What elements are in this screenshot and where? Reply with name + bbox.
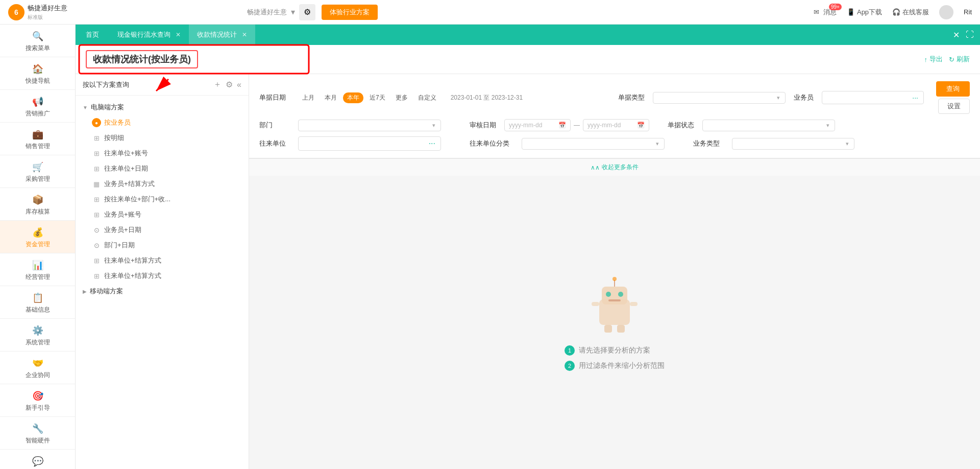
partner-select[interactable]: ··· — [298, 136, 441, 151]
sidebar-item-marketing[interactable]: 📢 营销推广 — [0, 90, 75, 123]
review-date-start[interactable]: yyyy-mm-dd 📅 — [504, 119, 571, 131]
date-range-text: 2023-01-01 至 2023-12-31 — [451, 93, 523, 102]
tab-collection-stats[interactable]: 收款情况统计 ✕ — [189, 25, 255, 45]
scheme-partner-settlement2[interactable]: ⊞ 往来单位+结算方式 — [76, 268, 249, 284]
app-download-item[interactable]: 📱 App下载 — [847, 8, 882, 17]
sidebar-item-quick-nav[interactable]: 🏠 快捷导航 — [0, 57, 75, 90]
biz-type-select[interactable]: ▾ — [732, 138, 854, 150]
page-header: 收款情况统计(按业务员) ↑ 导出 ↻ 刷新 — [76, 45, 980, 74]
tab-maximize-icon[interactable]: ⛶ — [966, 30, 974, 39]
search-menu-label: 搜索菜单 — [26, 44, 50, 53]
tab-bank-flow[interactable]: 现金银行流水查询 ✕ — [109, 25, 189, 45]
tab-collection-stats-close[interactable]: ✕ — [242, 31, 247, 38]
scheme-partner-settlement1[interactable]: ⊞ 往来单位+结算方式 — [76, 253, 249, 268]
collapse-icon: ∧∧ — [591, 164, 600, 171]
search-menu-icon: 🔍 — [32, 31, 43, 42]
header-right: ✉ 99+ 消息 📱 App下载 🎧 在线客服 Rit — [814, 5, 972, 19]
marketing-icon: 📢 — [32, 96, 43, 107]
gear-icon[interactable]: ⚙ — [299, 4, 315, 20]
collapse-more-conditions[interactable]: ∧∧ 收起更多条件 — [249, 158, 980, 176]
scheme-salesman-date[interactable]: ⊙ 业务员+日期 — [76, 222, 249, 238]
query-button[interactable]: 查询 — [936, 81, 970, 97]
logo-icon: 6 — [8, 4, 24, 20]
sidebar-item-system[interactable]: ⚙️ 系统管理 — [0, 319, 75, 351]
doc-status-select[interactable]: ▾ — [702, 120, 835, 131]
salesman-label: 业务员 — [794, 93, 814, 102]
sidebar-item-finance[interactable]: 💰 资金管理 — [0, 221, 75, 253]
doc-type-select[interactable]: ▾ — [653, 92, 786, 104]
tab-bar: 首页 现金银行流水查询 ✕ 收款情况统计 ✕ ✕ ⛶ — [76, 25, 980, 45]
edition-badge: 标准版 — [28, 14, 67, 21]
scheme-dept-date[interactable]: ⊙ 部门+日期 — [76, 238, 249, 253]
export-button[interactable]: ↑ 导出 — [924, 55, 943, 64]
add-scheme-icon[interactable]: ＋ — [213, 79, 222, 90]
svg-rect-1 — [602, 287, 627, 304]
review-date-end[interactable]: yyyy-mm-dd 📅 — [583, 119, 649, 131]
date-tab-custom[interactable]: 自定义 — [414, 92, 440, 103]
partner-settlement1-icon: ⊞ — [92, 256, 101, 265]
trial-button[interactable]: 体验行业方案 — [322, 5, 378, 20]
collapse-panel-icon[interactable]: « — [237, 80, 241, 89]
empty-illustration — [584, 274, 645, 335]
manage-scheme-icon[interactable]: ⚙ — [226, 80, 233, 89]
tab-bank-flow-close[interactable]: ✕ — [176, 31, 181, 38]
scheme-salesman-settlement[interactable]: ▦ 业务员+结算方式 — [76, 176, 249, 192]
salesman-account-icon: ⊞ — [92, 210, 101, 219]
desktop-group-header[interactable]: ▼ 电脑端方案 — [76, 100, 249, 115]
scheme-by-salesman[interactable]: ● 按业务员 — [76, 115, 249, 130]
mobile-group-label: 移动端方案 — [90, 287, 123, 296]
step-1-num: 1 — [565, 345, 575, 356]
svg-rect-5 — [592, 302, 599, 306]
salesman-more-icon[interactable]: ··· — [912, 93, 918, 102]
sidebar-item-basic-info[interactable]: 📋 基础信息 — [0, 286, 75, 319]
scheme-partner-account[interactable]: ⊞ 往来单位+账号 — [76, 146, 249, 161]
scheme-by-detail[interactable]: ⊞ 按明细 — [76, 130, 249, 146]
sidebar-item-enterprise[interactable]: 🤝 企业协同 — [0, 351, 75, 384]
svg-rect-6 — [630, 302, 638, 306]
refresh-icon: ↻ — [949, 56, 954, 63]
tab-close-all-icon[interactable]: ✕ — [953, 30, 960, 40]
online-service-label: 在线客服 — [902, 8, 929, 17]
finance-label: 资金管理 — [26, 240, 50, 249]
sidebar-item-search-menu[interactable]: 🔍 搜索菜单 — [0, 25, 75, 57]
svg-rect-7 — [604, 325, 612, 333]
dropdown-icon[interactable]: ▾ — [291, 7, 295, 17]
settings-button[interactable]: 设置 — [938, 99, 970, 114]
calendar-start-icon[interactable]: 📅 — [558, 122, 566, 129]
scheme-salesman-account[interactable]: ⊞ 业务员+账号 — [76, 207, 249, 222]
online-service-item[interactable]: 🎧 在线客服 — [892, 8, 929, 17]
scheme-partner-dept-collect[interactable]: ⊞ 按往来单位+部门+收... — [76, 192, 249, 207]
review-date-label: 审核日期 — [470, 121, 496, 130]
date-tab-this-month[interactable]: 本月 — [321, 92, 341, 103]
refresh-button[interactable]: ↻ 刷新 — [949, 55, 970, 64]
calendar-end-icon[interactable]: 📅 — [637, 122, 645, 129]
date-tab-7days[interactable]: 近7天 — [365, 92, 389, 103]
partner-category-select[interactable]: ▾ — [522, 138, 665, 150]
message-icon-area[interactable]: ✉ 99+ 消息 — [814, 8, 837, 17]
scheme-partner-date[interactable]: ⊞ 往来单位+日期 — [76, 161, 249, 176]
wechat-icon: 💬 — [32, 456, 43, 467]
date-tab-this-year[interactable]: 本年 — [343, 92, 363, 103]
export-icon: ↑ — [924, 56, 928, 63]
sidebar-item-sales[interactable]: 💼 销售管理 — [0, 123, 75, 155]
sidebar-item-purchase[interactable]: 🛒 采购管理 — [0, 155, 75, 188]
mobile-arrow-icon: ▶ — [83, 289, 87, 294]
partner-more-icon[interactable]: ··· — [429, 139, 435, 148]
salesman-select[interactable]: ··· — [822, 91, 924, 104]
sidebar-item-warehouse[interactable]: 📦 库存核算 — [0, 188, 75, 221]
user-avatar[interactable] — [939, 5, 953, 19]
content-area: 首页 现金银行流水查询 ✕ 收款情况统计 ✕ ✕ ⛶ 收款情况统计(按业务员) … — [76, 25, 980, 469]
sidebar-item-operation[interactable]: 📊 经营管理 — [0, 253, 75, 286]
right-panel: 单据日期 上月 本月 本年 近7天 更多 自定义 2023-01-01 至 20… — [249, 74, 980, 469]
sidebar-item-smart-hw[interactable]: 🔧 智能硬件 — [0, 417, 75, 450]
sidebar-item-guide[interactable]: 🎯 新手引导 — [0, 384, 75, 417]
tab-home[interactable]: 首页 — [76, 25, 109, 45]
dept-select[interactable]: ▾ — [298, 120, 441, 131]
date-tab-more[interactable]: 更多 — [391, 92, 412, 103]
doc-type-chevron: ▾ — [777, 95, 780, 101]
svg-rect-4 — [608, 299, 621, 301]
sidebar-item-wechat[interactable]: 💬 企业微信 — [0, 450, 75, 469]
purchase-icon: 🛒 — [32, 161, 43, 173]
date-tab-last-month[interactable]: 上月 — [298, 92, 318, 103]
mobile-group-header[interactable]: ▶ 移动端方案 — [76, 284, 249, 299]
